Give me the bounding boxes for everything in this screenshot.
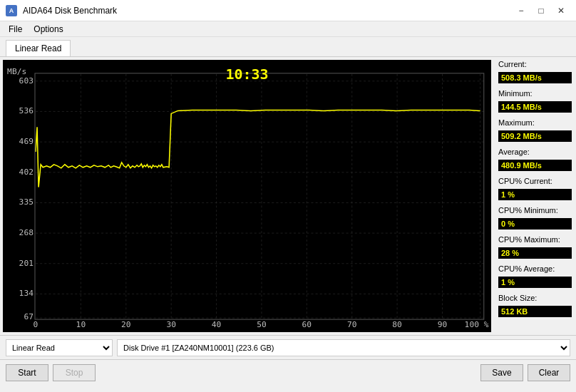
menu-file[interactable]: File	[3, 23, 28, 36]
svg-text:67: 67	[24, 312, 34, 321]
close-button[interactable]: ✕	[552, 4, 570, 18]
block-size-label: Block Size:	[498, 294, 572, 302]
svg-text:90: 90	[438, 320, 448, 329]
cpu-maximum-label: CPU% Maximum:	[498, 235, 572, 244]
svg-text:20: 20	[121, 320, 131, 329]
chart-svg: 603 536 469 402 335 268 201 134 67 MB/s …	[3, 60, 491, 332]
svg-text:100 %: 100 %	[465, 320, 489, 329]
svg-text:70: 70	[347, 320, 357, 329]
btn-group-right: Save Clear	[480, 364, 570, 381]
clear-button[interactable]: Clear	[528, 364, 570, 381]
drive-select[interactable]: Disk Drive #1 [ZA240NM10001] (223.6 GB)	[117, 339, 570, 356]
average-value: 480.9 MB/s	[498, 160, 572, 171]
btn-group-left: Start Stop	[6, 364, 96, 381]
svg-text:40: 40	[212, 320, 222, 329]
maximum-label: Maximum:	[498, 118, 572, 127]
svg-text:60: 60	[302, 320, 312, 329]
cpu-minimum-label: CPU% Minimum:	[498, 206, 572, 215]
cpu-current-value: 1 %	[498, 189, 572, 200]
stop-button[interactable]: Stop	[53, 364, 96, 381]
window-title: AIDA64 Disk Benchmark	[23, 6, 117, 16]
cpu-minimum-value: 0 %	[498, 218, 572, 229]
maximize-button[interactable]: □	[532, 4, 550, 18]
svg-text:80: 80	[392, 320, 402, 329]
svg-rect-0	[3, 60, 491, 332]
window-controls: − □ ✕	[512, 4, 570, 18]
svg-text:536: 536	[19, 107, 34, 116]
cpu-maximum-value: 28 %	[498, 247, 572, 259]
current-value: 508.3 MB/s	[498, 72, 572, 83]
tab-linear-read[interactable]: Linear Read	[6, 40, 71, 56]
bottom-controls: Linear Read Random Read Linear Write Ran…	[0, 335, 576, 359]
menu-bar: File Options	[0, 21, 576, 37]
svg-text:134: 134	[19, 289, 34, 299]
svg-text:30: 30	[166, 320, 176, 329]
start-button[interactable]: Start	[6, 364, 48, 381]
title-bar-left: A AIDA64 Disk Benchmark	[6, 5, 117, 16]
svg-text:0: 0	[34, 320, 38, 329]
app-icon: A	[6, 5, 17, 16]
maximum-value: 509.2 MB/s	[498, 130, 572, 142]
tab-bar: Linear Read	[0, 37, 576, 57]
chart-area: 10:33	[3, 60, 491, 332]
svg-text:603: 603	[19, 76, 34, 86]
svg-text:268: 268	[19, 228, 34, 237]
svg-text:469: 469	[19, 137, 34, 146]
svg-text:10: 10	[76, 320, 86, 329]
side-panel: Current: 508.3 MB/s Minimum: 144.5 MB/s …	[494, 57, 576, 335]
svg-text:50: 50	[257, 320, 267, 329]
svg-text:201: 201	[19, 259, 34, 268]
svg-text:402: 402	[19, 167, 34, 177]
minimum-value: 144.5 MB/s	[498, 101, 572, 113]
menu-options[interactable]: Options	[28, 23, 68, 36]
test-select[interactable]: Linear Read Random Read Linear Write Ran…	[6, 339, 113, 356]
cpu-average-value: 1 %	[498, 277, 572, 288]
title-bar: A AIDA64 Disk Benchmark − □ ✕	[0, 0, 576, 21]
average-label: Average:	[498, 148, 572, 156]
save-button[interactable]: Save	[480, 364, 523, 381]
minimize-button[interactable]: −	[512, 4, 530, 18]
minimum-label: Minimum:	[498, 89, 572, 98]
cpu-current-label: CPU% Current:	[498, 177, 572, 185]
cpu-average-label: CPU% Average:	[498, 264, 572, 273]
svg-text:335: 335	[19, 198, 34, 207]
bottom-buttons: Start Stop Save Clear	[0, 359, 576, 385]
current-label: Current:	[498, 60, 572, 68]
svg-text:MB/s: MB/s	[7, 67, 26, 76]
block-size-value: 512 KB	[498, 306, 572, 317]
main-content: 10:33	[0, 57, 576, 335]
